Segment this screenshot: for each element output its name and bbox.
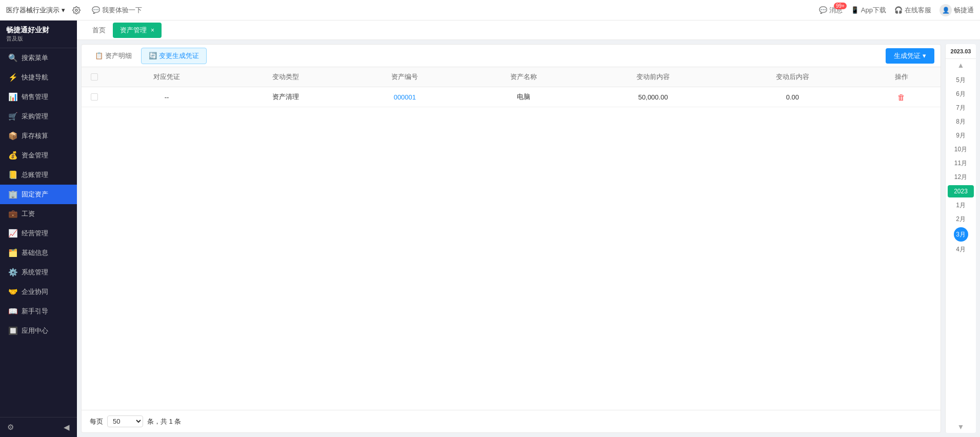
sales-icon: 📊 bbox=[8, 92, 17, 102]
sub-tab-asset-detail[interactable]: 📋 资产明细 bbox=[88, 48, 139, 64]
payroll-icon: 💼 bbox=[8, 209, 17, 218]
total-label: 条，共 1 条 bbox=[147, 417, 181, 426]
col-operation: 操作 bbox=[862, 67, 941, 87]
change-voucher-label: 变更生成凭证 bbox=[159, 51, 199, 61]
sub-tab-change-voucher[interactable]: 🔄 变更生成凭证 bbox=[141, 48, 207, 64]
sidebar-item-label: 固定资产 bbox=[22, 190, 48, 199]
sidebar-item-sales[interactable]: 📊 销售管理 bbox=[0, 87, 77, 107]
generate-btn-chevron: ▾ bbox=[923, 52, 926, 59]
sidebar-item-guide[interactable]: 📖 新手引导 bbox=[0, 302, 77, 321]
header-left: 医疗器械行业演示 ▾ 💬 我要体验一下 bbox=[6, 3, 819, 17]
top-header: 医疗器械行业演示 ▾ 💬 我要体验一下 💬 消息 99+ 📱 App下载 🎧 在… bbox=[0, 0, 980, 21]
feedback-label: 我要体验一下 bbox=[102, 6, 142, 15]
company-chevron: ▾ bbox=[62, 6, 65, 14]
asset-detail-label: 资产明细 bbox=[105, 51, 132, 61]
message-button[interactable]: 💬 消息 99+ bbox=[819, 6, 843, 15]
timeline-1[interactable]: 1月 bbox=[946, 198, 976, 212]
fund-icon: 💰 bbox=[8, 151, 17, 160]
search-menu-icon: 🔍 bbox=[8, 53, 17, 63]
row-operation: 🗑 bbox=[862, 87, 941, 107]
logo-edition: 普及版 bbox=[6, 35, 71, 43]
tab-home[interactable]: 首页 bbox=[85, 23, 113, 38]
sidebar-item-label: 工资 bbox=[22, 209, 35, 218]
row-after-change: 0.00 bbox=[723, 87, 862, 107]
timeline-7[interactable]: 7月 bbox=[946, 101, 976, 115]
collapse-icon[interactable]: ◀ bbox=[64, 423, 70, 432]
sidebar-item-quick-nav[interactable]: ⚡ 快捷导航 bbox=[0, 68, 77, 87]
right-panel: 2023.03 ▲ 5月 6月 7月 8月 9月 10月 11月 12月 202… bbox=[945, 44, 976, 433]
timeline-12[interactable]: 12月 bbox=[946, 170, 976, 184]
timeline-2[interactable]: 2月 bbox=[946, 212, 976, 226]
col-asset-code: 资产编号 bbox=[345, 67, 464, 87]
timeline-5[interactable]: 5月 bbox=[946, 73, 976, 87]
col-change-type: 变动类型 bbox=[226, 67, 345, 87]
sidebar-item-fixed-assets[interactable]: 🏢 固定资产 bbox=[0, 185, 77, 204]
online-service-button[interactable]: 🎧 在线客服 bbox=[894, 6, 931, 15]
sidebar-item-search-menu[interactable]: 🔍 搜索菜单 bbox=[0, 48, 77, 68]
app-download-label: App下载 bbox=[861, 6, 886, 15]
tab-asset-management[interactable]: 资产管理 × bbox=[113, 23, 162, 38]
col-after-change: 变动后内容 bbox=[723, 67, 862, 87]
timeline-nav-up[interactable]: ▲ bbox=[946, 59, 976, 71]
timeline-6[interactable]: 6月 bbox=[946, 87, 976, 101]
row-asset-code: 000001 bbox=[345, 87, 464, 107]
settings-button[interactable] bbox=[69, 3, 84, 17]
message-badge: 99+ bbox=[834, 3, 847, 9]
header-checkbox[interactable] bbox=[91, 73, 98, 81]
col-checkbox bbox=[82, 67, 107, 87]
main-panel: 📋 资产明细 🔄 变更生成凭证 生成凭证 ▾ bbox=[81, 44, 941, 433]
settings-bottom-icon[interactable]: ⚙ bbox=[7, 423, 14, 432]
generate-voucher-button[interactable]: 生成凭证 ▾ bbox=[886, 48, 934, 64]
asset-detail-icon: 📋 bbox=[95, 52, 103, 59]
sidebar-item-label: 销售管理 bbox=[22, 92, 48, 102]
table-header-row: 对应凭证 变动类型 资产编号 资产名称 变动前内容 变动后内容 操作 bbox=[82, 67, 941, 87]
sidebar-item-label: 采购管理 bbox=[22, 112, 48, 121]
sidebar-item-operations[interactable]: 📈 经营管理 bbox=[0, 224, 77, 243]
change-voucher-icon: 🔄 bbox=[149, 52, 157, 59]
sidebar-item-app-center[interactable]: 🔲 应用中心 bbox=[0, 321, 77, 341]
sidebar-item-label: 应用中心 bbox=[22, 326, 48, 335]
sidebar-item-fund[interactable]: 💰 资金管理 bbox=[0, 146, 77, 165]
company-selector[interactable]: 医疗器械行业演示 ▾ bbox=[6, 6, 65, 15]
logo-text: 畅捷通好业财 bbox=[6, 26, 71, 35]
message-icon: 💬 bbox=[819, 6, 827, 14]
company-name: 医疗器械行业演示 bbox=[6, 6, 59, 15]
header-right: 💬 消息 99+ 📱 App下载 🎧 在线客服 👤 畅捷通 bbox=[819, 4, 974, 16]
timeline-3[interactable]: 3月 bbox=[954, 227, 968, 242]
app-download-button[interactable]: 📱 App下载 bbox=[851, 6, 886, 15]
sidebar-item-label: 快捷导航 bbox=[22, 73, 48, 82]
row-checkbox[interactable] bbox=[91, 93, 98, 101]
sidebar-item-label: 基础信息 bbox=[22, 248, 48, 257]
sidebar-item-basic-info[interactable]: 🗂️ 基础信息 bbox=[0, 243, 77, 263]
sidebar-item-purchase[interactable]: 🛒 采购管理 bbox=[0, 107, 77, 126]
user-profile[interactable]: 👤 畅捷通 bbox=[939, 4, 974, 16]
sidebar-item-system[interactable]: ⚙️ 系统管理 bbox=[0, 263, 77, 282]
generate-btn-label: 生成凭证 bbox=[894, 51, 921, 61]
timeline-10[interactable]: 10月 bbox=[946, 143, 976, 156]
tab-home-label: 首页 bbox=[92, 26, 106, 34]
system-icon: ⚙️ bbox=[8, 268, 17, 277]
sidebar-item-inventory[interactable]: 📦 库存核算 bbox=[0, 126, 77, 146]
delete-button[interactable]: 🗑 bbox=[897, 93, 905, 102]
tab-close-icon[interactable]: × bbox=[151, 27, 154, 34]
col-before-change: 变动前内容 bbox=[584, 67, 723, 87]
timeline-9[interactable]: 9月 bbox=[946, 129, 976, 143]
tab-asset-management-label: 资产管理 bbox=[120, 26, 147, 35]
sidebar-item-ledger[interactable]: 📒 总账管理 bbox=[0, 165, 77, 185]
sidebar-nav: 🔍 搜索菜单 ⚡ 快捷导航 📊 销售管理 🛒 采购管理 📦 库存核算 💰 bbox=[0, 48, 77, 417]
feedback-button[interactable]: 💬 我要体验一下 bbox=[88, 6, 146, 15]
year-header: 2023.03 bbox=[951, 48, 971, 54]
per-page-select[interactable]: 50 10 20 100 bbox=[107, 415, 143, 427]
timeline-11[interactable]: 11月 bbox=[946, 156, 976, 170]
guide-icon: 📖 bbox=[8, 307, 17, 316]
row-voucher: -- bbox=[107, 87, 226, 107]
table-container: 对应凭证 变动类型 资产编号 资产名称 变动前内容 变动后内容 操作 bbox=[82, 67, 941, 410]
sidebar-item-cooperation[interactable]: 🤝 企业协同 bbox=[0, 282, 77, 302]
timeline-nav-down[interactable]: ▼ bbox=[946, 421, 976, 433]
sidebar-item-label: 资金管理 bbox=[22, 151, 48, 160]
quick-nav-icon: ⚡ bbox=[8, 73, 17, 82]
sidebar-item-payroll[interactable]: 💼 工资 bbox=[0, 204, 77, 224]
timeline-8[interactable]: 8月 bbox=[946, 115, 976, 129]
timeline-4[interactable]: 4月 bbox=[946, 243, 976, 256]
timeline-year-2023[interactable]: 2023 bbox=[948, 185, 974, 197]
